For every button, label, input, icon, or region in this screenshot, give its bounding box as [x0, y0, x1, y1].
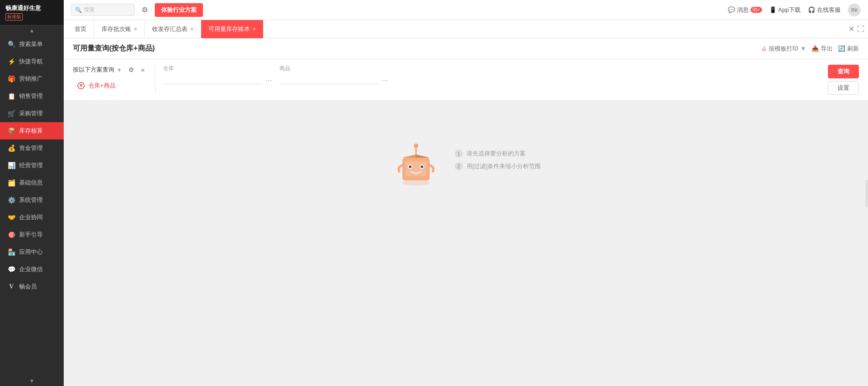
- warehouse-input[interactable]: [163, 73, 263, 84]
- close-icon[interactable]: ×: [134, 26, 137, 32]
- settings-button[interactable]: 设置: [828, 81, 859, 95]
- app-version: 标准版: [5, 13, 23, 21]
- tab-batch-account[interactable]: 库存批次账 ×: [94, 20, 145, 38]
- refresh-btn[interactable]: 🔄 刷新: [838, 45, 859, 53]
- scheme-item-label: 仓库+商品: [88, 82, 116, 90]
- export-icon: 📤: [812, 45, 819, 52]
- sidebar-item-label: 营销推广: [19, 75, 43, 83]
- empty-hint-2: 2 用[过滤]条件来缩小分析范围: [455, 162, 541, 170]
- goods-input[interactable]: [279, 73, 380, 84]
- message-badge: 99+: [751, 7, 762, 13]
- sidebar-item-search[interactable]: 🔍 搜索菜单: [0, 36, 64, 53]
- collapse-scheme-icon[interactable]: «: [138, 65, 148, 75]
- hint-number-2: 2: [455, 162, 463, 170]
- scroll-up-btn[interactable]: ▲: [0, 26, 64, 36]
- page-content: 可用量查询(按仓库+商品) 🖨 按模板打印 ▼ 📤 导出 🔄 刷新: [64, 38, 868, 386]
- sidebar-item-purchase[interactable]: 🛒 采购管理: [0, 105, 64, 122]
- sidebar-item-system[interactable]: ⚙️ 系统管理: [0, 191, 64, 209]
- tabs-close-btn[interactable]: ✕ ⛶: [848, 25, 864, 33]
- topbar-left: 🔍 搜索 ⚙ 体验行业方案: [71, 3, 203, 17]
- svg-point-1: [402, 180, 430, 185]
- finance-icon: 💰: [7, 144, 15, 152]
- query-button[interactable]: 查询: [828, 65, 859, 78]
- sidebar-item-label: 基础信息: [19, 179, 43, 187]
- app-download-label: App下载: [778, 6, 801, 14]
- close-icon[interactable]: ×: [253, 26, 256, 32]
- scheme-item-icon: [76, 81, 86, 90]
- tab-collect-account[interactable]: 收发存汇总表 ×: [145, 20, 201, 38]
- add-scheme-icon[interactable]: +: [114, 65, 124, 75]
- sidebar-item-label: 新手引导: [19, 231, 43, 239]
- filter-actions: 查询 设置: [828, 65, 859, 95]
- print-btn[interactable]: 🖨 按模板打印 ▼: [761, 45, 806, 53]
- message-btn[interactable]: 💬 消息 99+: [728, 6, 762, 14]
- online-service-btn[interactable]: 🎧 在线客服: [808, 6, 841, 14]
- sidebar-item-marketing[interactable]: 🎁 营销推广: [0, 70, 64, 87]
- sidebar-item-member[interactable]: V 畅会员: [0, 278, 64, 295]
- scheme-item-warehouse-goods[interactable]: 仓库+商品: [73, 78, 148, 93]
- scroll-down-btn[interactable]: ▼: [0, 376, 64, 386]
- close-icon[interactable]: ×: [190, 26, 193, 32]
- inventory-icon: 📦: [7, 127, 15, 135]
- settings-gear-icon[interactable]: ⚙: [138, 4, 151, 16]
- guide-icon: 🎯: [7, 231, 15, 239]
- purchase-icon: 🛒: [7, 109, 15, 118]
- tab-home[interactable]: 首页: [67, 20, 94, 38]
- export-btn[interactable]: 📤 导出: [812, 45, 832, 53]
- page-title: 可用量查询(按仓库+商品): [73, 44, 155, 53]
- trial-button[interactable]: 体验行业方案: [155, 3, 203, 17]
- goods-field-label: 商品: [279, 65, 389, 72]
- print-label: 按模板打印: [769, 45, 798, 53]
- tab-available-account[interactable]: 可用量库存账本 ×: [201, 20, 264, 38]
- goods-more-icon[interactable]: …: [381, 75, 389, 83]
- empty-hint-2-text: 用[过滤]条件来缩小分析范围: [467, 162, 541, 170]
- search-icon: 🔍: [75, 7, 82, 13]
- sidebar-item-label: 企业协同: [19, 213, 43, 221]
- export-label: 导出: [821, 45, 832, 53]
- tabs-bar: 首页 库存批次账 × 收发存汇总表 × 可用量库存账本 × ✕ ⛶: [64, 20, 868, 38]
- sidebar-item-label: 搜索菜单: [19, 40, 43, 48]
- svg-point-5: [409, 165, 411, 168]
- sidebar-item-finance[interactable]: 💰 资金管理: [0, 139, 64, 157]
- operation-icon: 📊: [7, 161, 15, 170]
- sidebar-item-label: 畅会员: [19, 283, 37, 291]
- phone-icon: 📱: [769, 6, 777, 13]
- page-header-actions: 🖨 按模板打印 ▼ 📤 导出 🔄 刷新: [761, 45, 859, 53]
- sidebar-item-operation[interactable]: 📊 经营管理: [0, 157, 64, 174]
- empty-state-content: 1 请先选择要分析的方案 2 用[过滤]条件来缩小分析范围: [391, 137, 541, 183]
- sidebar-item-label: 企业微信: [19, 265, 43, 273]
- hint-number-1: 1: [455, 149, 463, 158]
- scheme-actions: + ⚙ «: [114, 65, 148, 75]
- svg-point-7: [421, 165, 423, 168]
- sidebar-item-enterprise[interactable]: 🤝 企业协同: [0, 209, 64, 226]
- sidebar-item-guide[interactable]: 🎯 新手引导: [0, 226, 64, 243]
- sidebar-item-label: 资金管理: [19, 144, 43, 152]
- chevron-down-icon[interactable]: ▼: [800, 45, 806, 52]
- sidebar-item-sales[interactable]: 📋 销售管理: [0, 87, 64, 105]
- warehouse-more-icon[interactable]: …: [265, 75, 272, 83]
- user-avatar[interactable]: Rit: [848, 4, 861, 16]
- sidebar-item-label: 销售管理: [19, 92, 43, 100]
- sidebar-item-inventory[interactable]: 📦 库存核算: [0, 122, 64, 139]
- filter-field-goods: 商品 …: [279, 65, 389, 84]
- topbar: 🔍 搜索 ⚙ 体验行业方案 💬 消息 99+ 📱 App下载 🎧 在线客服 Ri…: [64, 0, 868, 20]
- warehouse-field-label: 仓库: [163, 65, 272, 72]
- app-name: 畅康通好生意: [5, 5, 58, 12]
- sidebar-header: 畅康通好生意 标准版: [0, 0, 64, 26]
- sidebar-item-basic[interactable]: 🗂️ 基础信息: [0, 174, 64, 191]
- sidebar-item-wechat[interactable]: 💬 企业微信: [0, 261, 64, 278]
- print-icon: 🖨: [761, 45, 767, 52]
- sidebar-item-label: 采购管理: [19, 109, 43, 118]
- app-download-btn[interactable]: 📱 App下载: [769, 6, 801, 14]
- tab-batch-account-label: 库存批次账: [102, 25, 131, 33]
- sidebar-item-shortcut[interactable]: ⚡ 快捷导航: [0, 53, 64, 70]
- edit-scheme-icon[interactable]: ⚙: [126, 65, 136, 75]
- sidebar-item-label: 经营管理: [19, 161, 43, 170]
- tab-available-account-label: 可用量库存账本: [208, 25, 250, 33]
- sidebar-item-apps[interactable]: 🏪 应用中心: [0, 243, 64, 261]
- search-icon: 🔍: [7, 40, 15, 48]
- empty-state: 1 请先选择要分析的方案 2 用[过滤]条件来缩小分析范围: [64, 101, 868, 219]
- search-box[interactable]: 🔍 搜索: [71, 4, 135, 16]
- tab-home-label: 首页: [75, 25, 86, 33]
- enterprise-icon: 🤝: [7, 213, 15, 221]
